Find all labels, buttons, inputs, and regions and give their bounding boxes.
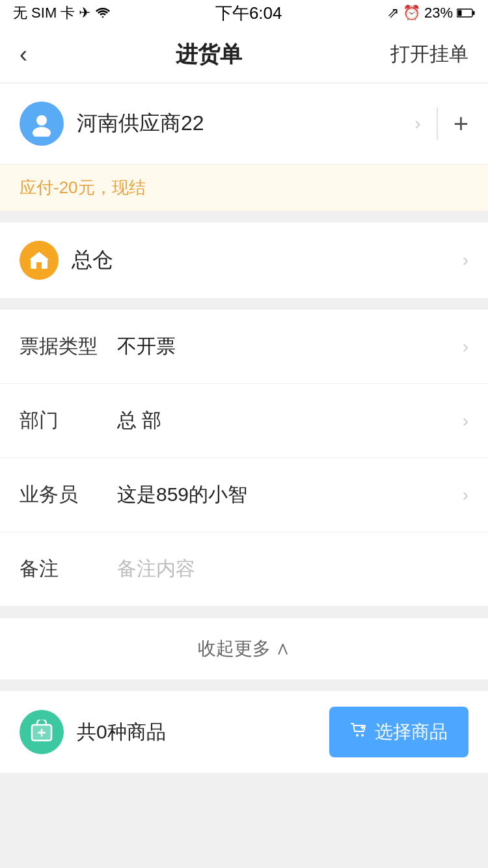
add-supplier-button[interactable]: +: [454, 109, 468, 139]
collapse-bar[interactable]: 收起更多 ∧: [0, 617, 488, 679]
nav-bar: ‹ 进货单 打开挂单: [0, 26, 488, 83]
department-value: 总 部: [104, 407, 463, 434]
department-label: 部门: [20, 407, 104, 434]
alarm-icon: ⏰: [403, 5, 420, 21]
svg-rect-1: [472, 11, 474, 15]
svg-point-10: [356, 734, 359, 737]
supplier-name: 河南供应商22: [77, 109, 414, 138]
remark-label: 备注: [20, 556, 104, 582]
warehouse-row[interactable]: 总仓 ›: [0, 223, 488, 298]
battery-icon: [457, 5, 475, 21]
warehouse-name: 总仓: [72, 246, 463, 275]
main-content: 河南供应商22 › + 应付-20元，现结 总仓 › 票据类型 不开票 ›: [0, 83, 488, 868]
remaining-area: [0, 773, 488, 868]
battery-level: 23%: [424, 5, 453, 21]
cart-icon: [350, 722, 368, 742]
supplier-card: 河南供应商22 › + 应付-20元，现结: [0, 83, 488, 211]
select-product-button[interactable]: 选择商品: [329, 707, 468, 757]
status-right: ⇗ ⏰ 23%: [387, 5, 475, 21]
remark-row[interactable]: 备注 备注内容: [0, 532, 488, 606]
svg-point-11: [361, 734, 364, 737]
svg-rect-7: [36, 262, 42, 269]
back-button[interactable]: ‹: [20, 41, 27, 68]
svg-rect-2: [457, 10, 461, 16]
supplier-avatar: [20, 102, 64, 146]
remark-input[interactable]: 备注内容: [104, 556, 468, 582]
supplier-notice: 应付-20元，现结: [0, 165, 488, 211]
status-left: 无 SIM 卡 ✈: [13, 3, 110, 23]
warehouse-card[interactable]: 总仓 ›: [0, 223, 488, 298]
product-bar: 共0种商品 选择商品: [0, 691, 488, 773]
warehouse-icon: [20, 241, 59, 280]
svg-marker-6: [29, 252, 49, 260]
svg-point-3: [36, 115, 47, 126]
supplier-row[interactable]: 河南供应商22 › +: [0, 83, 488, 165]
warehouse-chevron-icon: ›: [463, 250, 468, 271]
status-bar: 无 SIM 卡 ✈ 下午6:04 ⇗ ⏰ 23%: [0, 0, 488, 26]
open-pending-button[interactable]: 打开挂单: [390, 41, 468, 68]
invoice-chevron-icon: ›: [463, 336, 468, 357]
salesperson-value: 这是859的小智: [104, 481, 463, 508]
form-section: 票据类型 不开票 › 部门 总 部 › 业务员 这是859的小智 › 备注 备注…: [0, 310, 488, 606]
status-time: 下午6:04: [215, 2, 282, 25]
page-title: 进货单: [176, 40, 242, 70]
salesperson-chevron-icon: ›: [463, 485, 468, 506]
separator: [0, 679, 488, 691]
svg-point-4: [33, 127, 51, 137]
collapse-label: 收起更多 ∧: [198, 636, 291, 661]
invoice-type-value: 不开票: [104, 333, 463, 360]
sim-signal: 无 SIM 卡 ✈: [13, 3, 90, 23]
department-chevron-icon: ›: [463, 411, 468, 431]
salesperson-label: 业务员: [20, 481, 104, 508]
select-product-label: 选择商品: [375, 720, 448, 744]
department-row[interactable]: 部门 总 部 ›: [0, 384, 488, 458]
location-icon: ⇗: [387, 5, 399, 21]
salesperson-row[interactable]: 业务员 这是859的小智 ›: [0, 458, 488, 532]
invoice-type-label: 票据类型: [20, 333, 104, 360]
product-icon: [20, 710, 64, 754]
wifi-icon: [96, 5, 110, 21]
product-count: 共0种商品: [77, 719, 329, 746]
supplier-divider: [437, 107, 438, 140]
invoice-type-row[interactable]: 票据类型 不开票 ›: [0, 310, 488, 384]
supplier-chevron-icon: ›: [414, 113, 420, 134]
